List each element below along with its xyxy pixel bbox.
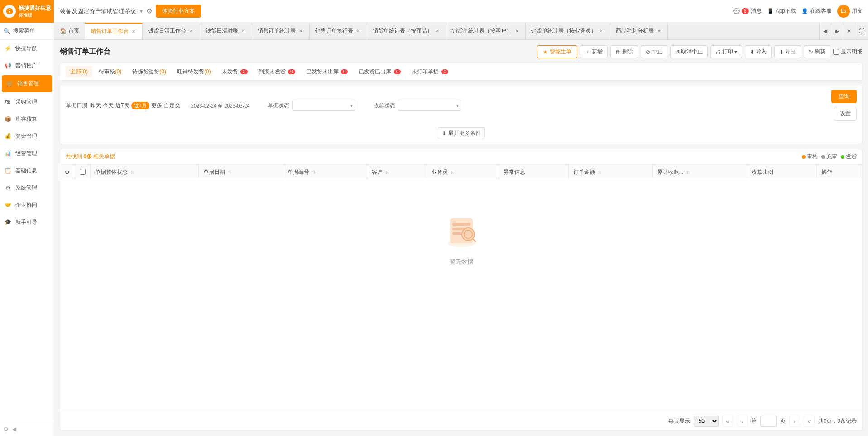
refresh-btn[interactable]: ↻ 刷新 [804, 45, 830, 58]
tab-home[interactable]: 🏠 首页 [54, 23, 85, 40]
page-prev-btn[interactable]: ‹ [737, 416, 748, 427]
col-bill-date[interactable]: 单据日期 ⇅ [198, 165, 283, 180]
sub-tab-shipped-out[interactable]: 已发货已出库 0 [354, 66, 405, 77]
tab-close-sales-staff[interactable]: ✕ [598, 28, 604, 34]
col-bill-status[interactable]: 单据整体状态 ⇅ [90, 165, 198, 180]
export-btn[interactable]: ⬆ 导出 [774, 45, 801, 58]
tab-sales-order[interactable]: 销售订单工作台 ✕ [85, 23, 143, 40]
sidebar-item-sales[interactable]: 🛒 销售管理 [2, 75, 52, 92]
tab-cash-daily[interactable]: 钱货日清工作台 ✕ [143, 23, 200, 40]
date-today[interactable]: 今天 [103, 102, 114, 109]
tab-sales-stats[interactable]: 销售订单统计表 ✕ [252, 23, 310, 40]
sidebar-item-system[interactable]: ⚙ 系统管理 [0, 179, 54, 196]
sidebar-item-enterprise[interactable]: 🤝 企业协同 [0, 196, 54, 213]
topbar-actions: 💬 6 消息 📱 App下载 👤 在线客服 Ea 用友 [733, 5, 863, 18]
tab-sales-customer[interactable]: 销货单统计表（按客户） ✕ [446, 23, 526, 40]
col-salesman[interactable]: 业务员 ⇅ [427, 165, 499, 180]
tab-sales-staff[interactable]: 销货单统计表（按业务员） ✕ [526, 23, 610, 40]
col-settings[interactable]: ⚙ [60, 165, 75, 180]
date-1month[interactable]: 近1月 [131, 102, 149, 109]
page-last-btn[interactable]: » [804, 416, 815, 427]
sub-tab-shipped-not-out[interactable]: 已发货未出库 0 [302, 66, 353, 77]
stop-btn[interactable]: ⊘ 中止 [641, 45, 667, 58]
tab-close-sales-exec[interactable]: ✕ [355, 28, 361, 34]
col-bill-no[interactable]: 单据编号 ⇅ [283, 165, 367, 180]
date-custom[interactable]: 自定义 [164, 102, 180, 109]
col-checkbox[interactable] [75, 165, 90, 180]
sub-tab-all[interactable]: 全部(0) [66, 66, 92, 77]
select-all-checkbox[interactable] [80, 169, 86, 175]
sidebar-item-inventory[interactable]: 📦 库存核算 [0, 110, 54, 128]
collapse-icon[interactable]: ◀ [12, 426, 16, 432]
col-customer[interactable]: 客户 ⇅ [367, 165, 427, 180]
settings-gear-icon[interactable]: ⚙ [4, 426, 9, 432]
bill-status-select[interactable] [292, 100, 355, 111]
sidebar-item-tutorial[interactable]: 🎓 新手引导 [0, 213, 54, 231]
undo-review-btn[interactable]: 充审 [821, 153, 837, 161]
sidebar-item-ops[interactable]: 📊 经营管理 [0, 145, 54, 162]
message-btn[interactable]: 💬 6 消息 [733, 7, 762, 15]
sidebar-item-finance[interactable]: 💰 资金管理 [0, 128, 54, 145]
tab-sales-product[interactable]: 销货单统计表（按商品） ✕ [367, 23, 446, 40]
page-first-btn[interactable]: « [722, 416, 733, 427]
tab-sales-exec[interactable]: 销售订单执行表 ✕ [310, 23, 367, 40]
online-service-btn[interactable]: 👤 在线客服 [801, 7, 832, 15]
smart-generate-btn[interactable]: ★ 智能生单 [537, 45, 577, 58]
topbar: 装备及固定资产辅助管理系统 ▾ ⚙ 体验行业方案 💬 6 消息 📱 App下载 … [54, 0, 868, 23]
sub-tab-not-printed[interactable]: 未打印单据 0 [407, 66, 453, 77]
col-order-amount[interactable]: 订单金额 ⇅ [568, 165, 652, 180]
sidebar-item-basic[interactable]: 📋 基础信息 [0, 162, 54, 179]
tab-close-cash-daily[interactable]: ✕ [188, 28, 194, 34]
show-detail-checkbox[interactable] [833, 49, 839, 55]
print-btn[interactable]: 🖨 打印 ▾ [710, 45, 742, 58]
payment-status-select[interactable] [398, 100, 461, 111]
tab-close-sales-product[interactable]: ✕ [434, 28, 441, 34]
app-download-btn[interactable]: 📱 App下载 [767, 7, 796, 15]
tab-nav-next[interactable]: ▶ [831, 23, 843, 40]
payment-status-select-wrap [398, 100, 461, 111]
tab-nav-maximize[interactable]: ⛶ [855, 23, 868, 40]
tab-close-sales-order[interactable]: ✕ [130, 28, 137, 35]
ship-btn[interactable]: 发货 [841, 153, 857, 161]
main-toolbar: ★ 智能生单 ＋ 新增 🗑 删除 ⊘ 中止 ↺ 取消中止 [537, 45, 863, 58]
col-collected[interactable]: 累计收款... ⇅ [652, 165, 747, 180]
per-page-select[interactable]: 50 100 200 [694, 416, 719, 427]
cancel-stop-btn[interactable]: ↺ 取消中止 [670, 45, 708, 58]
sub-tab-wangpu[interactable]: 旺铺待发货(0) [173, 66, 216, 77]
tab-close-margin[interactable]: ✕ [656, 28, 662, 34]
add-btn[interactable]: ＋ 新增 [580, 45, 608, 58]
review-btn[interactable]: 审核 [802, 153, 818, 161]
tab-margin[interactable]: 商品毛利分析表 ✕ [610, 23, 668, 40]
sidebar-item-marketing[interactable]: 📢 营销推广 [0, 57, 54, 74]
query-btn[interactable]: 查询 [831, 90, 857, 103]
expand-filter-btn[interactable]: ⬇ 展开更多条件 [438, 127, 485, 139]
sub-tab-overdue[interactable]: 到期未发货 0 [254, 66, 300, 77]
sidebar-item-quicknav[interactable]: ⚡ 快捷导航 [0, 40, 54, 57]
add-icon: ＋ [585, 48, 590, 56]
sub-tab-not-shipped[interactable]: 未发货 0 [217, 66, 252, 77]
show-detail-label[interactable]: 显示明细 [833, 48, 863, 56]
import-btn[interactable]: ⬇ 导入 [745, 45, 772, 58]
tab-nav-prev[interactable]: ◀ [819, 23, 831, 40]
date-yesterday[interactable]: 昨天 [90, 102, 101, 109]
sidebar-item-purchase[interactable]: 🛍 采购管理 [0, 93, 54, 110]
user-btn[interactable]: Ea 用友 [837, 5, 863, 18]
date-7days[interactable]: 近7天 [115, 102, 129, 109]
tab-close-sales-stats[interactable]: ✕ [297, 28, 304, 34]
delete-btn[interactable]: 🗑 删除 [610, 45, 638, 58]
tab-close-cash-reconcile[interactable]: ✕ [240, 28, 246, 34]
set-btn[interactable]: 设置 [834, 107, 857, 121]
sub-tab-pending-check[interactable]: 待拣货验货(0) [128, 66, 171, 77]
tab-nav-close[interactable]: ✕ [843, 23, 855, 40]
pagination: 每页显示 50 100 200 « ‹ 第 1 页 › » 共0页，0条记录 [60, 412, 862, 430]
industry-btn[interactable]: 体验行业方案 [156, 5, 201, 18]
topbar-dropdown-icon[interactable]: ▾ [140, 8, 143, 14]
sub-tab-pending-review[interactable]: 待审核(0) [94, 66, 126, 77]
tab-cash-reconcile[interactable]: 钱货日清对账 ✕ [200, 23, 252, 40]
tab-close-sales-customer[interactable]: ✕ [513, 28, 520, 34]
page-number-input[interactable]: 1 [760, 416, 777, 427]
sidebar-search[interactable]: 🔍 搜索菜单 [0, 23, 54, 40]
topbar-settings-icon[interactable]: ⚙ [146, 7, 152, 15]
date-more[interactable]: 更多 [151, 102, 162, 109]
page-next-btn[interactable]: › [789, 416, 800, 427]
